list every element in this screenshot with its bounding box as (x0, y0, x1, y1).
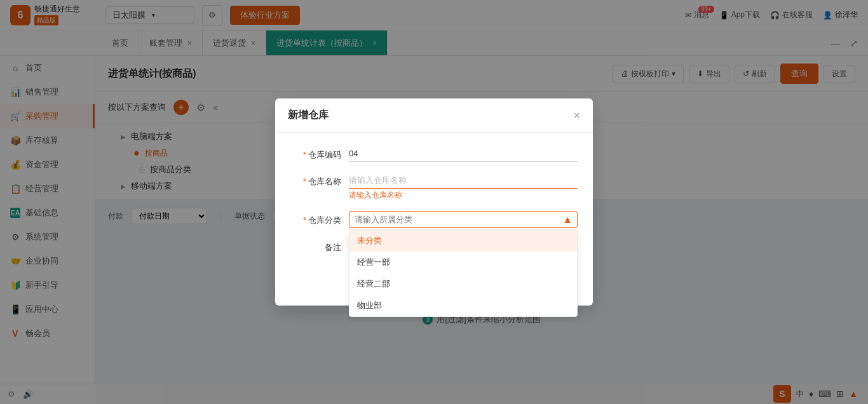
warehouse-name-input[interactable] (349, 172, 578, 189)
warehouse-name-wrap: 请输入仓库名称 (349, 172, 578, 201)
modal-title: 新增仓库 (288, 109, 329, 122)
warehouse-code-row: 仓库编码 (290, 145, 578, 162)
warehouse-code-wrap (349, 145, 578, 162)
warehouse-category-label: 仓库分类 (290, 211, 341, 226)
category-dropdown: 未分类 经营一部 经营二部 物业部 (349, 229, 578, 317)
warehouse-code-input[interactable] (349, 145, 578, 162)
dropdown-item-dept2[interactable]: 经营二部 (349, 273, 577, 295)
add-warehouse-modal: 新增仓库 × 仓库编码 仓库名称 请输入仓库名称 仓库分类 ▲ (275, 98, 593, 306)
modal-body: 仓库编码 仓库名称 请输入仓库名称 仓库分类 ▲ 未分类 经营一部 (275, 133, 593, 265)
warehouse-category-input[interactable] (349, 211, 578, 228)
category-chevron-up-icon[interactable]: ▲ (562, 214, 573, 226)
warehouse-name-row: 仓库名称 请输入仓库名称 (290, 172, 578, 201)
warehouse-name-label: 仓库名称 (290, 172, 341, 187)
modal-close-button[interactable]: × (573, 110, 580, 121)
warehouse-code-label: 仓库编码 (290, 145, 341, 161)
modal-header: 新增仓库 × (275, 98, 593, 133)
warehouse-notes-label: 备注 (290, 238, 341, 253)
dropdown-item-dept1[interactable]: 经营一部 (349, 252, 577, 273)
dropdown-item-dept3[interactable]: 物业部 (349, 295, 577, 316)
warehouse-category-row: 仓库分类 ▲ 未分类 经营一部 经营二部 物业部 (290, 211, 578, 228)
warehouse-name-error: 请输入仓库名称 (349, 190, 578, 201)
dropdown-item-uncategorized[interactable]: 未分类 (349, 230, 577, 252)
warehouse-category-wrap: ▲ 未分类 经营一部 经营二部 物业部 (349, 211, 578, 228)
